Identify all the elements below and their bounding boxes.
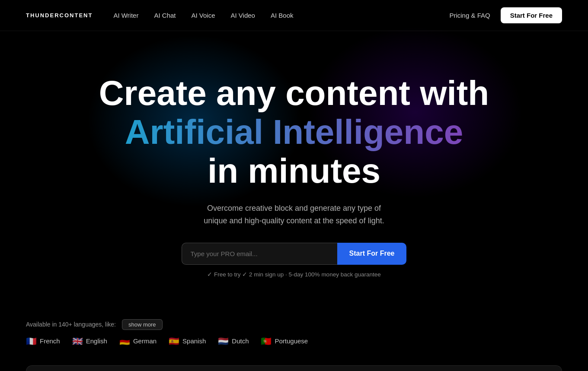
french-label: French — [40, 337, 60, 345]
languages-header-text: Available in 140+ languages, like: — [26, 321, 116, 328]
french-flag-icon: 🇫🇷 — [26, 336, 37, 346]
dutch-flag-icon: 🇳🇱 — [218, 336, 229, 346]
logo: THUNDERCONTENT — [26, 12, 93, 19]
pricing-link[interactable]: Pricing & FAQ — [449, 12, 490, 19]
nav-ai-book[interactable]: AI Book — [271, 12, 294, 19]
german-flag-icon: 🇩🇪 — [119, 336, 130, 346]
german-label: German — [133, 337, 157, 345]
cta-note: ✓ Free to try ✓ 2 min sign up · 5-day 10… — [9, 271, 579, 278]
hero-title-line2: Artificial Intelligence — [9, 112, 579, 152]
cta-start-button[interactable]: Start For Free — [337, 243, 407, 265]
nav-ai-writer[interactable]: AI Writer — [113, 12, 138, 19]
cta-row: Start For Free — [9, 243, 579, 265]
nav-right: Pricing & FAQ Start For Free — [449, 7, 562, 23]
nav-ai-voice[interactable]: AI Voice — [191, 12, 215, 19]
nav-links: AI Writer AI Chat AI Voice AI Video AI B… — [113, 12, 293, 19]
language-flags: 🇫🇷 French 🇬🇧 English 🇩🇪 German 🇪🇸 Spanis… — [26, 336, 562, 346]
english-label: English — [86, 337, 107, 345]
languages-section: Available in 140+ languages, like: show … — [0, 304, 588, 355]
email-input[interactable] — [182, 243, 337, 265]
english-flag-icon: 🇬🇧 — [72, 336, 83, 346]
language-spanish: 🇪🇸 Spanish — [169, 336, 206, 346]
app-bar: THUNDERCONTENT Search projects ⭐ Upgrade… — [26, 366, 562, 371]
app-preview: THUNDERCONTENT Search projects ⭐ Upgrade… — [26, 365, 562, 371]
language-english: 🇬🇧 English — [72, 336, 107, 346]
language-german: 🇩🇪 German — [119, 336, 157, 346]
languages-header: Available in 140+ languages, like: show … — [26, 319, 562, 330]
nav-ai-video[interactable]: AI Video — [231, 12, 255, 19]
navbar: THUNDERCONTENT AI Writer AI Chat AI Voic… — [0, 0, 588, 31]
hero-subtitle: Overcome creative block and generate any… — [9, 202, 579, 227]
portuguese-label: Portuguese — [275, 337, 308, 345]
hero-title-line1: Create any content with Artificial Intel… — [9, 74, 579, 190]
nav-start-button[interactable]: Start For Free — [501, 7, 562, 23]
nav-left: THUNDERCONTENT AI Writer AI Chat AI Voic… — [26, 12, 294, 19]
hero-section: Create any content with Artificial Intel… — [0, 31, 588, 304]
spanish-flag-icon: 🇪🇸 — [169, 336, 179, 346]
language-french: 🇫🇷 French — [26, 336, 60, 346]
dutch-label: Dutch — [232, 337, 249, 345]
portuguese-flag-icon: 🇵🇹 — [261, 336, 272, 346]
nav-ai-chat[interactable]: AI Chat — [154, 12, 176, 19]
language-portuguese: 🇵🇹 Portuguese — [261, 336, 308, 346]
language-dutch: 🇳🇱 Dutch — [218, 336, 249, 346]
spanish-label: Spanish — [182, 337, 206, 345]
show-more-button[interactable]: show more — [122, 319, 163, 330]
